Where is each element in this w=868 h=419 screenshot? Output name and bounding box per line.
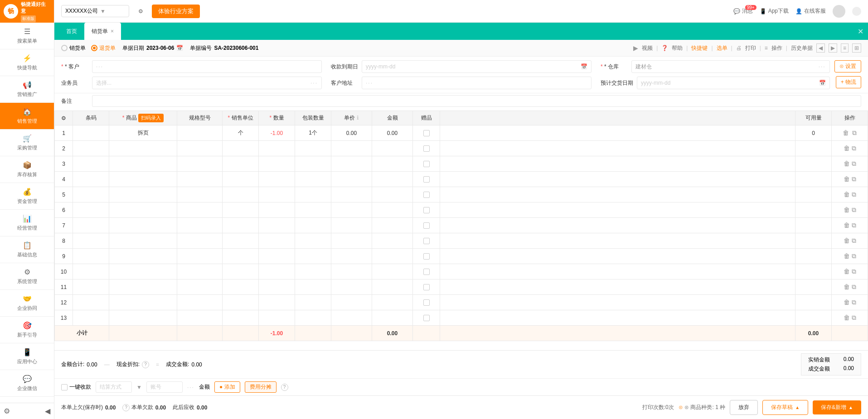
delete-row-button[interactable]: 🗑 bbox=[843, 282, 851, 291]
calendar-icon[interactable]: 📅 bbox=[176, 45, 183, 51]
delete-row-button[interactable]: 🗑 bbox=[843, 251, 851, 260]
tab-close-icon[interactable]: × bbox=[111, 28, 114, 34]
due-date-input[interactable]: yyyy-mm-dd 📅 bbox=[362, 60, 592, 73]
calendar-due-icon[interactable]: 📅 bbox=[581, 63, 587, 70]
grid-view-icon[interactable]: ⊞ bbox=[852, 43, 861, 53]
print-link[interactable]: 打印 bbox=[745, 44, 756, 52]
online-service-button[interactable]: 👤 在线客服 bbox=[795, 7, 826, 15]
fee-split-button[interactable]: 费用分摊 bbox=[245, 381, 276, 393]
payment-method-dropdown[interactable]: ▼ bbox=[136, 384, 142, 390]
one-click-checkbox[interactable] bbox=[61, 384, 68, 390]
copy-row-button[interactable]: ⧉ bbox=[851, 190, 857, 199]
copy-row-button[interactable]: ⧉ bbox=[851, 251, 857, 261]
owe-help-icon[interactable]: ? bbox=[122, 404, 130, 411]
copy-row-button[interactable]: ⧉ bbox=[851, 205, 857, 215]
row-barcode[interactable] bbox=[73, 125, 109, 141]
payment-account-input[interactable]: 账号 bbox=[146, 381, 183, 393]
message-button[interactable]: 💬 消息 99+ bbox=[733, 7, 753, 15]
warehouse-input[interactable]: 建材仓 ··· bbox=[631, 60, 830, 73]
delete-row-button[interactable]: 🗑 bbox=[843, 298, 851, 307]
app-download-button[interactable]: 📱 App下载 bbox=[760, 7, 789, 15]
select-link[interactable]: 选单 bbox=[717, 44, 727, 52]
row-amount[interactable]: 0.00 bbox=[372, 125, 413, 141]
row-qty[interactable]: -1.00 bbox=[259, 125, 295, 141]
settings-gear-button[interactable]: ⚙ bbox=[134, 5, 147, 18]
radio-sales-order[interactable]: 销货单 bbox=[61, 44, 86, 52]
copy-row-button[interactable]: ⧉ bbox=[851, 298, 857, 307]
copy-row-button[interactable]: ⧉ bbox=[851, 159, 857, 169]
price-info-icon[interactable]: ℹ bbox=[357, 115, 359, 121]
radio-return-order[interactable]: 退货单 bbox=[91, 44, 116, 52]
delete-row-button[interactable]: 🗑 bbox=[842, 128, 850, 137]
row-spec[interactable] bbox=[177, 125, 223, 141]
scan-button[interactable]: 扫码录入 bbox=[138, 114, 164, 122]
row-pkg-qty[interactable]: 1个 bbox=[295, 125, 331, 141]
expected-date-input[interactable]: yyyy-mm-dd 📅 bbox=[637, 77, 830, 89]
payment-method-input[interactable]: 结算方式 bbox=[96, 381, 132, 393]
save-new-button[interactable]: 保存&新增 ▲ bbox=[813, 400, 861, 414]
remarks-input[interactable] bbox=[92, 95, 861, 107]
copy-row-button[interactable]: ⧉ bbox=[851, 267, 857, 276]
discard-button[interactable]: 放弃 bbox=[730, 400, 758, 415]
sidebar-item-operations[interactable]: 📊 经营管理 bbox=[0, 210, 54, 236]
customer-input[interactable]: ··· bbox=[92, 60, 322, 73]
delete-row-button[interactable]: 🗑 bbox=[843, 221, 851, 230]
row-price[interactable]: 0.00 bbox=[331, 125, 372, 141]
list-view-icon[interactable]: ≡ bbox=[841, 43, 849, 53]
delete-row-button[interactable]: 🗑 bbox=[843, 236, 851, 245]
one-click-payment[interactable]: 一键收款 bbox=[61, 383, 91, 391]
settings-bottom-icon[interactable]: ⚙ bbox=[4, 407, 10, 415]
help-link[interactable]: 帮助 bbox=[672, 44, 683, 52]
copy-row-button[interactable]: ⧉ bbox=[851, 282, 857, 292]
delete-row-button[interactable]: 🗑 bbox=[843, 159, 851, 168]
copy-row-button[interactable]: ⧉ bbox=[851, 221, 857, 230]
tab-sales-order[interactable]: 销货单 × bbox=[84, 23, 121, 40]
delete-row-button[interactable]: 🗑 bbox=[843, 190, 851, 199]
copy-row-button[interactable]: ⧉ bbox=[851, 144, 857, 153]
history-link[interactable]: 历史单据 bbox=[791, 44, 813, 52]
sidebar-item-enterprise[interactable]: 🤝 企业协同 bbox=[0, 290, 54, 317]
shortcut-link[interactable]: 快捷键 bbox=[691, 44, 708, 52]
sidebar-item-app-center[interactable]: 📱 应用中心 bbox=[0, 343, 54, 370]
collapse-icon[interactable]: ◀ bbox=[45, 407, 50, 415]
discount-help-icon[interactable]: ? bbox=[142, 361, 149, 368]
sidebar-item-inventory[interactable]: 📦 库存核算 bbox=[0, 156, 54, 183]
delete-row-button[interactable]: 🗑 bbox=[843, 144, 851, 153]
next-record-icon[interactable]: ▶ bbox=[829, 43, 837, 53]
sidebar-item-purchase-mgmt[interactable]: 🛒 采购管理 bbox=[0, 130, 54, 156]
copy-row-button[interactable]: ⧉ bbox=[851, 128, 858, 138]
salesperson-input[interactable]: 选择... ··· bbox=[92, 77, 322, 89]
row-gift[interactable] bbox=[413, 125, 440, 141]
sidebar-item-search-order[interactable]: ☰ 搜索菜单 bbox=[0, 23, 54, 49]
th-settings[interactable]: ⚙ bbox=[55, 111, 73, 125]
copy-row-button[interactable]: ⧉ bbox=[851, 313, 857, 323]
settings-button[interactable]: ⊙ 设置 bbox=[834, 60, 861, 72]
sidebar-item-marketing[interactable]: 📢 营销推广 bbox=[0, 76, 54, 103]
close-all-button[interactable]: ✕ bbox=[858, 27, 863, 36]
sidebar-item-vip[interactable]: ♦ 畅会员 bbox=[0, 397, 54, 403]
delete-row-button[interactable]: 🗑 bbox=[843, 313, 851, 322]
delete-row-button[interactable]: 🗑 bbox=[843, 174, 851, 183]
prev-record-icon[interactable]: ◀ bbox=[816, 43, 825, 53]
sidebar-item-newbie[interactable]: 🎯 新手引导 bbox=[0, 317, 54, 343]
sidebar-item-quick-nav[interactable]: ⚡ 快捷导航 bbox=[0, 49, 54, 76]
copy-row-button[interactable]: ⧉ bbox=[851, 174, 857, 184]
row-goods[interactable]: 拆页 bbox=[109, 125, 177, 141]
video-link[interactable]: 视频 bbox=[642, 44, 653, 52]
user-avatar[interactable] bbox=[833, 5, 845, 18]
logistics-button[interactable]: + 物流 bbox=[836, 76, 861, 88]
sidebar-item-finance[interactable]: 💰 资金管理 bbox=[0, 183, 54, 210]
operation-link[interactable]: 操作 bbox=[771, 44, 782, 52]
sidebar-item-base-info[interactable]: 📋 基础信息 bbox=[0, 236, 54, 263]
calendar-expected-icon[interactable]: 📅 bbox=[819, 80, 826, 86]
fee-help-icon[interactable]: ? bbox=[281, 384, 288, 391]
delete-row-button[interactable]: 🗑 bbox=[843, 267, 851, 276]
customer-address-input[interactable]: ··· bbox=[362, 77, 592, 89]
row-unit[interactable]: 个 bbox=[223, 125, 259, 141]
company-selector[interactable]: XXXXXX公司 ▼ bbox=[61, 5, 129, 17]
sidebar-item-wechat-biz[interactable]: 💬 企业微信 bbox=[0, 370, 54, 397]
experience-btn[interactable]: 体验行业方案 bbox=[152, 5, 200, 18]
sidebar-item-system[interactable]: ⚙ 系统管理 bbox=[0, 263, 54, 290]
save-draft-button[interactable]: 保存草稿 ▲ bbox=[762, 400, 808, 415]
add-payment-button[interactable]: ● 添加 bbox=[214, 381, 240, 393]
